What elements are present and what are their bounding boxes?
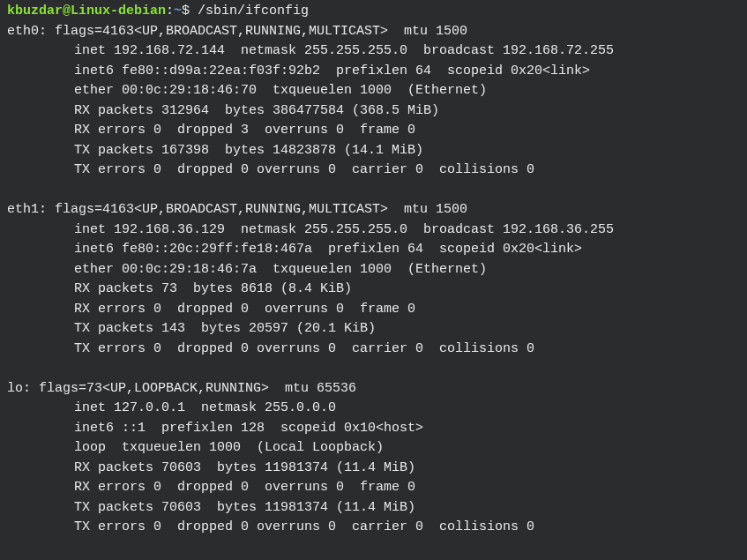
eth1-ether: ether 00:0c:29:18:46:7a txqueuelen 1000 …: [7, 260, 740, 280]
eth1-rxe: RX errors 0 dropped 0 overruns 0 frame 0: [7, 300, 740, 320]
lo-inet6: inet6 ::1 prefixlen 128 scopeid 0x10<hos…: [7, 419, 740, 439]
blank-2: [7, 359, 740, 379]
lo-rxp: RX packets 70603 bytes 11981374 (11.4 Mi…: [7, 459, 740, 479]
lo-rxe: RX errors 0 dropped 0 overruns 0 frame 0: [7, 478, 740, 498]
eth0-txe: TX errors 0 dropped 0 overruns 0 carrier…: [7, 161, 740, 181]
terminal[interactable]: kbuzdar@Linux-debian:~$ /sbin/ifconfig e…: [7, 2, 740, 538]
prompt-user: kbuzdar@Linux-debian: [7, 4, 166, 19]
eth1-txp: TX packets 143 bytes 20597 (20.1 KiB): [7, 319, 740, 340]
lo-loop: loop txqueuelen 1000 (Local Loopback): [7, 438, 740, 459]
eth1-inet6: inet6 fe80::20c:29ff:fe18:467a prefixlen…: [7, 240, 740, 260]
eth1-header: eth1: flags=4163<UP,BROADCAST,RUNNING,MU…: [7, 200, 740, 220]
blank-1: [7, 181, 740, 201]
lo-txp: TX packets 70603 bytes 11981374 (11.4 Mi…: [7, 498, 740, 519]
eth1-rxp: RX packets 73 bytes 8618 (8.4 KiB): [7, 280, 740, 300]
lo-inet: inet 127.0.0.1 netmask 255.0.0.0: [7, 399, 740, 419]
command-text: /sbin/ifconfig: [198, 4, 309, 19]
prompt-path: ~: [174, 4, 182, 19]
eth0-inet6: inet6 fe80::d99a:22ea:f03f:92b2 prefixle…: [7, 62, 740, 82]
eth0-ether: ether 00:0c:29:18:46:70 txqueuelen 1000 …: [7, 81, 740, 101]
prompt-line: kbuzdar@Linux-debian:~$ /sbin/ifconfig: [7, 2, 740, 22]
prompt-symbol: $: [182, 4, 190, 19]
eth1-txe: TX errors 0 dropped 0 overruns 0 carrier…: [7, 340, 740, 360]
eth0-header: eth0: flags=4163<UP,BROADCAST,RUNNING,MU…: [7, 22, 740, 42]
prompt-colon: :: [166, 4, 174, 19]
eth0-rxe: RX errors 0 dropped 3 overruns 0 frame 0: [7, 121, 740, 141]
eth0-txp: TX packets 167398 bytes 14823878 (14.1 M…: [7, 141, 740, 161]
eth1-inet: inet 192.168.36.129 netmask 255.255.255.…: [7, 220, 740, 241]
eth0-inet: inet 192.168.72.144 netmask 255.255.255.…: [7, 41, 740, 62]
lo-header: lo: flags=73<UP,LOOPBACK,RUNNING> mtu 65…: [7, 379, 740, 399]
lo-txe: TX errors 0 dropped 0 overruns 0 carrier…: [7, 518, 740, 538]
eth0-rxp: RX packets 312964 bytes 386477584 (368.5…: [7, 101, 740, 122]
